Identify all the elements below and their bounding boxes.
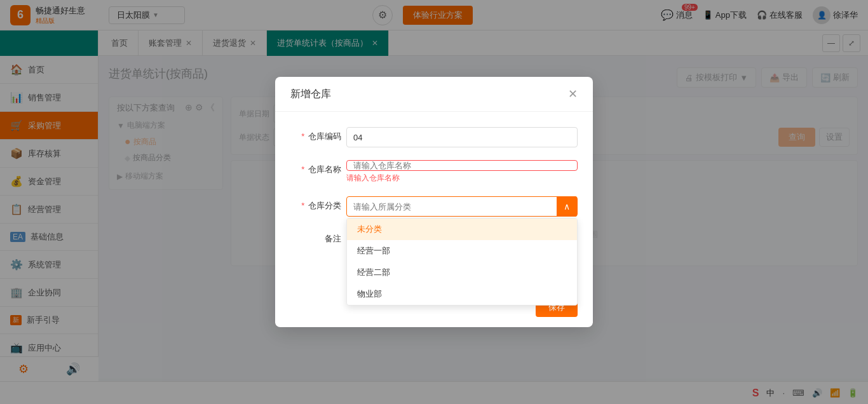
code-label: * 仓库编码 bbox=[290, 127, 341, 142]
dialog-body: * 仓库编码 * 仓库名称 请输入仓库名称 * bbox=[275, 112, 593, 290]
dropdown-item-dept3[interactable]: 物业部 bbox=[347, 283, 577, 305]
form-row-code: * 仓库编码 bbox=[290, 127, 578, 147]
dropdown-item-dept1[interactable]: 经营一部 bbox=[347, 240, 577, 262]
required-star-name: * bbox=[301, 165, 304, 174]
name-label: * 仓库名称 bbox=[290, 160, 341, 175]
form-row-category: * 仓库分类 ∧ 未分类 经营一部 经营二部 物业部 bbox=[290, 196, 578, 217]
dialog-title: 新增仓库 bbox=[290, 88, 331, 101]
category-toggle-icon[interactable]: ∧ bbox=[557, 196, 577, 217]
code-input[interactable] bbox=[346, 127, 578, 147]
remark-label: 备注 bbox=[290, 229, 341, 245]
category-label: * 仓库分类 bbox=[290, 196, 341, 212]
dropdown-item-none[interactable]: 未分类 bbox=[347, 219, 577, 240]
dialog-new-warehouse: 新增仓库 ✕ * 仓库编码 * 仓库名称 请输入仓库名称 bbox=[275, 77, 593, 327]
dialog-header: 新增仓库 ✕ bbox=[275, 77, 593, 112]
required-star-category: * bbox=[301, 201, 304, 210]
modal-overlay: 新增仓库 ✕ * 仓库编码 * 仓库名称 请输入仓库名称 bbox=[0, 0, 868, 404]
category-wrap: ∧ 未分类 经营一部 经营二部 物业部 bbox=[346, 196, 578, 217]
name-error-msg: 请输入仓库名称 bbox=[346, 173, 578, 184]
category-input-row: ∧ bbox=[346, 196, 578, 217]
dropdown-item-dept2[interactable]: 经营二部 bbox=[347, 262, 577, 283]
name-input-wrap: 请输入仓库名称 bbox=[346, 160, 578, 184]
category-dropdown: 未分类 经营一部 经营二部 物业部 bbox=[346, 218, 578, 306]
name-input[interactable] bbox=[346, 160, 578, 171]
category-input[interactable] bbox=[347, 202, 557, 212]
dialog-close-icon[interactable]: ✕ bbox=[568, 87, 578, 101]
required-star-code: * bbox=[301, 131, 304, 141]
form-row-name: * 仓库名称 请输入仓库名称 bbox=[290, 160, 578, 184]
